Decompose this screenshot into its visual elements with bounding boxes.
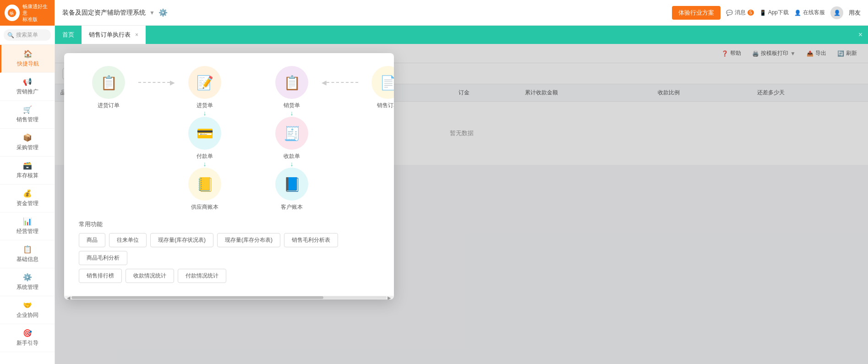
basic-icon: 📋 xyxy=(23,245,32,254)
enterprise-icon: 🤝 xyxy=(23,301,32,310)
scrollbar-thumb xyxy=(71,296,323,299)
scrollbar-track[interactable] xyxy=(71,296,387,299)
system-title: 装备及固定资产辅助管理系统 ▼ ⚙️ xyxy=(62,8,666,17)
sales-order-circle: 📄 xyxy=(371,66,394,99)
purchase-order-circle: 📋 xyxy=(92,66,125,99)
down-arrow-receipt: ↓ xyxy=(290,160,294,168)
sidebar-search-area: 🔍 搜索菜单 xyxy=(0,26,55,45)
tab-home[interactable]: 首页 xyxy=(55,26,82,44)
mobile-icon: 📱 xyxy=(759,10,766,16)
content-area: ❓ 帮助 🖨️ 按模板打印 ▼ 📤 导出 🔄 刷新 xyxy=(55,44,868,364)
message-button[interactable]: 💬 消息 5 xyxy=(726,9,754,16)
customer-ledger-label: 客户账本 xyxy=(281,203,303,211)
sidebar-logo: 畅 畅康通好生意 标准版 xyxy=(0,0,55,26)
func-stock-dist-button[interactable]: 现存量(库存分布表) xyxy=(217,233,280,247)
user-name: 用友 xyxy=(849,9,861,17)
sidebar-item-quick-nav[interactable]: 🏠 快捷导航 xyxy=(0,45,55,73)
flow-item-customer-ledger[interactable]: 📘 客户账本 xyxy=(262,168,322,211)
sales-bill-circle: 📋 xyxy=(275,66,308,99)
sidebar-item-enterprise[interactable]: 🤝 企业协同 xyxy=(0,296,55,324)
func-partners-button[interactable]: 往来单位 xyxy=(109,233,147,247)
app-download-button[interactable]: 📱 App下载 xyxy=(759,9,789,16)
func-buttons-row1: 商品 往来单位 现存量(库存状况表) 现存量(库存分布表) 销售毛利分析表 商品… xyxy=(79,233,379,265)
try-industry-button[interactable]: 体验行业方案 xyxy=(672,6,721,20)
top-header: 装备及固定资产辅助管理系统 ▼ ⚙️ 体验行业方案 💬 消息 5 📱 App下载… xyxy=(55,0,868,26)
func-sales-rank-button[interactable]: 销售排行榜 xyxy=(79,269,122,283)
scroll-left-arrow[interactable]: ◀ xyxy=(66,295,71,300)
sidebar-nav: 🏠 快捷导航 📢 营销推广 🛒 销售管理 📦 采购管理 🗃️ 库存核算 💰 xyxy=(0,45,55,364)
search-menu-button[interactable]: 🔍 搜索菜单 xyxy=(4,29,51,41)
common-functions-title: 常用功能 xyxy=(79,220,379,228)
close-all-tabs-icon[interactable]: × xyxy=(858,31,863,39)
purchase-bill-label: 进货单 xyxy=(197,102,213,109)
app-logo-text: 畅康通好生意 标准版 xyxy=(22,3,50,23)
sidebar: 畅 畅康通好生意 标准版 🔍 搜索菜单 🏠 快捷导航 📢 营销推广 xyxy=(0,0,55,364)
tab-bar-right: × xyxy=(858,31,868,39)
sidebar-item-sales[interactable]: 🛒 销售管理 xyxy=(0,101,55,129)
func-sales-gross-button[interactable]: 销售毛利分析表 xyxy=(284,233,338,247)
purchase-order-label: 进货订单 xyxy=(98,102,120,109)
marketing-icon: 📢 xyxy=(23,77,32,86)
sidebar-item-finance[interactable]: 💰 资金管理 xyxy=(0,185,55,212)
purchase-bill-circle: 📝 xyxy=(188,66,221,99)
message-icon: 💬 xyxy=(726,10,733,16)
sidebar-item-marketing[interactable]: 📢 营销推广 xyxy=(0,73,55,101)
settings-icon[interactable]: ⚙️ xyxy=(158,8,168,17)
flow-item-purchase-bill[interactable]: 📝 进货单 xyxy=(175,66,235,109)
supplier-ledger-circle: 📒 xyxy=(188,168,221,201)
func-goods-button[interactable]: 商品 xyxy=(79,233,105,247)
tab-sales-order-exec[interactable]: 销售订单执行表 × xyxy=(82,26,146,44)
flow-diagram: 📋 进货订单 ▶ xyxy=(79,66,379,218)
flow-item-sales-bill[interactable]: 📋 销货单 xyxy=(262,66,322,109)
home-icon: 🏠 xyxy=(23,49,33,58)
func-buttons-row2: 销售排行榜 收款情况统计 付款情况统计 xyxy=(79,269,379,283)
tab-close-icon[interactable]: × xyxy=(135,32,138,38)
newbie-icon: 🎯 xyxy=(23,329,32,337)
flow-item-supplier-ledger[interactable]: 📒 供应商账本 xyxy=(175,168,235,211)
func-stock-status-button[interactable]: 现存量(库存状况表) xyxy=(150,233,213,247)
sidebar-item-basic[interactable]: 📋 基础信息 xyxy=(0,240,55,268)
sales-order-label: 销售订单 xyxy=(377,102,394,109)
flow-item-sales-order[interactable]: 📄 销售订单 xyxy=(358,66,394,109)
sidebar-item-inventory[interactable]: 🗃️ 库存核算 xyxy=(0,157,55,185)
arrow-right-icon: ▶ xyxy=(170,79,175,86)
dialog-overlay[interactable]: 📋 进货订单 ▶ xyxy=(55,44,868,364)
search-icon: 🔍 xyxy=(7,32,14,38)
payment-circle: 💳 xyxy=(188,117,221,150)
scroll-right-arrow[interactable]: ▶ xyxy=(387,295,392,300)
down-arrow-sales-bill: ↓ xyxy=(290,109,294,117)
sidebar-item-system[interactable]: ⚙️ 系统管理 xyxy=(0,268,55,296)
online-service-button[interactable]: 👤 在线客服 xyxy=(794,9,825,16)
service-icon: 👤 xyxy=(794,10,801,16)
app-logo-icon: 畅 xyxy=(5,5,20,21)
func-goods-gross-button[interactable]: 商品毛利分析 xyxy=(79,251,127,265)
func-receipt-stats-button[interactable]: 收款情况统计 xyxy=(126,269,174,283)
common-functions-section: 常用功能 商品 往来单位 现存量(库存状况表) 现存量(库存分布表) 销售毛利分… xyxy=(79,220,379,283)
avatar-icon: 👤 xyxy=(834,10,841,16)
user-avatar: 👤 xyxy=(830,6,843,19)
customer-ledger-circle: 📘 xyxy=(275,168,308,201)
operations-icon: 📊 xyxy=(23,217,32,226)
svg-text:畅: 畅 xyxy=(10,11,14,16)
purchase-icon: 📦 xyxy=(23,133,32,142)
payment-label: 付款单 xyxy=(197,152,213,160)
func-payment-stats-button[interactable]: 付款情况统计 xyxy=(178,269,226,283)
flow-item-purchase-order[interactable]: 📋 进货订单 xyxy=(79,66,138,109)
arrow-left-icon: ◀ xyxy=(322,79,327,86)
flow-item-receipt[interactable]: 🧾 收款单 xyxy=(262,117,322,160)
system-icon: ⚙️ xyxy=(23,273,32,282)
flow-item-payment[interactable]: 💳 付款单 xyxy=(175,117,235,160)
quick-nav-dialog: 📋 进货订单 ▶ xyxy=(64,53,394,299)
message-badge: 5 xyxy=(748,10,754,16)
sidebar-item-newbie[interactable]: 🎯 新手引导 xyxy=(0,324,55,352)
main-area: 装备及固定资产辅助管理系统 ▼ ⚙️ 体验行业方案 💬 消息 5 📱 App下载… xyxy=(55,0,868,364)
sidebar-item-purchase[interactable]: 📦 采购管理 xyxy=(0,129,55,157)
down-arrow-purchase-bill: ↓ xyxy=(203,109,207,117)
receipt-label: 收款单 xyxy=(284,152,300,160)
receipt-circle: 🧾 xyxy=(275,117,308,150)
tab-bar: 首页 销售订单执行表 × × xyxy=(55,26,868,44)
sidebar-item-operations[interactable]: 📊 经营管理 xyxy=(0,212,55,240)
sales-bill-label: 销货单 xyxy=(284,102,300,109)
finance-icon: 💰 xyxy=(23,189,32,198)
dialog-scrollbar: ◀ ▶ xyxy=(64,296,394,299)
